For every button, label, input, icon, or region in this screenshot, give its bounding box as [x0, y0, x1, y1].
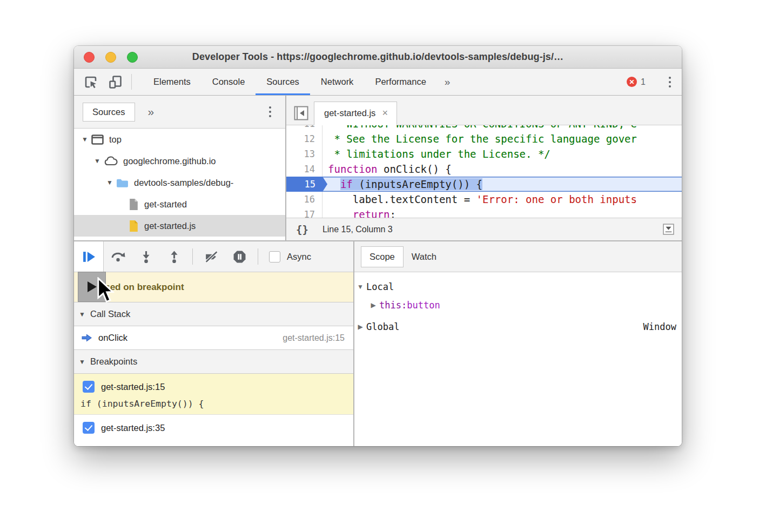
scope-row-local[interactable]: ▼Local: [354, 278, 682, 296]
navigator-kebab-icon[interactable]: [258, 106, 282, 117]
call-stack-title: Call Stack: [90, 309, 130, 319]
disclosure-triangle-icon[interactable]: ▼: [104, 179, 115, 186]
code-text[interactable]: label.textContent = 'Error: one or both …: [323, 192, 637, 207]
code-text[interactable]: function onClick() {: [323, 161, 452, 177]
mouse-cursor-icon: [97, 277, 115, 304]
debugger-toolbar-separator: [192, 248, 193, 265]
tab-elements[interactable]: Elements: [143, 69, 201, 95]
hide-navigator-icon[interactable]: [294, 106, 308, 120]
code-lines: 11 * WITHOUT WARRANTIES OR CONDITIONS OF…: [286, 125, 682, 218]
main-menu-kebab-icon[interactable]: [658, 77, 682, 87]
scope-row-this[interactable]: ▶this: button: [354, 296, 682, 314]
debugger-pane: Async Paused on breakpoint ▼: [74, 241, 354, 446]
line-number-17[interactable]: 17: [286, 207, 323, 218]
line-number-14[interactable]: 14: [286, 161, 323, 177]
code-editor[interactable]: 11 * WITHOUT WARRANTIES OR CONDITIONS OF…: [286, 125, 682, 218]
tree-item-label: googlechrome.github.io: [123, 156, 216, 166]
tree-item-get-started[interactable]: get-started: [74, 193, 285, 215]
breakpoint-entry-get-started-js-35[interactable]: get-started.js:35: [74, 415, 353, 442]
step-over-button[interactable]: [104, 241, 132, 272]
tree-item-devtools-samples-debug-[interactable]: ▼devtools-samples/debug-: [74, 172, 285, 193]
line-number-12[interactable]: 12: [286, 131, 323, 146]
sources-panel-bottom: Async Paused on breakpoint ▼: [74, 241, 682, 446]
breakpoint-entry-get-started-js-15[interactable]: get-started.js:15if (inputsAreEmpty()) {: [74, 374, 353, 415]
tab-network[interactable]: Network: [310, 69, 365, 95]
tree-item-googlechrome-github-io[interactable]: ▼googlechrome.github.io: [74, 150, 285, 172]
code-line-17: 17 return;: [286, 207, 682, 218]
error-badge[interactable]: ✕ 1: [627, 77, 646, 87]
code-text[interactable]: * limitations under the License. */: [323, 146, 550, 161]
navigator-tab-sources[interactable]: Sources: [83, 103, 135, 122]
code-text[interactable]: * WITHOUT WARRANTIES OR CONDITIONS OF AN…: [323, 125, 637, 131]
scope-variables: ▼Local▶this: button▶GlobalWindow: [354, 272, 682, 446]
more-panels-icon[interactable]: »: [437, 69, 458, 95]
deactivate-breakpoints-button[interactable]: [197, 241, 225, 272]
disclosure-triangle-icon[interactable]: ▶: [367, 301, 379, 309]
frame-location: get-started.js:15: [283, 333, 345, 343]
code-text[interactable]: return;: [323, 207, 396, 218]
disclosure-triangle-icon[interactable]: ▼: [354, 283, 366, 291]
scope-pane: Scope Watch ▼Local▶this: button▶GlobalWi…: [354, 241, 682, 446]
tree-item-top[interactable]: ▼top: [74, 129, 285, 150]
collapse-icon: ▼: [74, 358, 90, 366]
line-number-13[interactable]: 13: [286, 146, 323, 161]
close-tab-icon[interactable]: ×: [382, 107, 388, 119]
pretty-print-icon[interactable]: {}: [296, 224, 308, 235]
device-toolbar-icon[interactable]: [103, 69, 128, 95]
breakpoint-label: get-started.js:35: [101, 423, 165, 433]
devtools-window: Developer Tools - https://googlechrome.g…: [74, 46, 682, 446]
paused-banner: Paused on breakpoint: [74, 272, 353, 302]
tab-console[interactable]: Console: [201, 69, 256, 95]
line-number-11[interactable]: 11: [286, 125, 323, 131]
tree-item-label: get-started.js: [144, 221, 196, 231]
file-js-icon: [129, 220, 139, 232]
desktop: Developer Tools - https://googlechrome.g…: [0, 0, 759, 532]
code-line-11: 11 * WITHOUT WARRANTIES OR CONDITIONS OF…: [286, 125, 682, 131]
line-number-15[interactable]: 15: [286, 177, 323, 192]
editor-tab-get-started-js[interactable]: get-started.js ×: [314, 102, 397, 125]
disclosure-triangle-icon[interactable]: ▶: [354, 323, 366, 331]
code-text[interactable]: if (inputsAreEmpty()) {: [323, 177, 482, 192]
disclosure-triangle-icon[interactable]: ▼: [92, 157, 103, 165]
code-text[interactable]: * See the License for the specific langu…: [323, 131, 637, 146]
code-line-12: 12 * See the License for the specific la…: [286, 131, 682, 146]
error-count: 1: [641, 77, 646, 87]
disclosure-triangle-icon[interactable]: ▼: [79, 136, 90, 143]
folder-icon: [116, 178, 129, 188]
step-into-button[interactable]: [132, 241, 160, 272]
line-number-16[interactable]: 16: [286, 192, 323, 207]
scope-name: Local: [366, 281, 394, 292]
cursor-position: Line 15, Column 3: [323, 225, 393, 234]
resume-script-button[interactable]: [74, 241, 104, 272]
async-checkbox-group: Async: [269, 251, 311, 262]
call-frame-onClick[interactable]: onClickget-started.js:15: [74, 326, 353, 350]
zoom-window-button[interactable]: [127, 52, 138, 63]
tree-item-get-started-js[interactable]: get-started.js: [74, 215, 285, 237]
step-out-button[interactable]: [160, 241, 188, 272]
tab-scope[interactable]: Scope: [361, 246, 404, 267]
breakpoints-header[interactable]: ▼ Breakpoints: [74, 350, 353, 374]
navigator-more-tabs-icon[interactable]: »: [148, 105, 155, 118]
navigator-header: Sources »: [74, 96, 285, 129]
inspect-element-icon[interactable]: [78, 69, 103, 95]
scope-row-global[interactable]: ▶GlobalWindow: [354, 318, 682, 336]
async-checkbox[interactable]: [269, 251, 280, 262]
minimize-window-button[interactable]: [105, 52, 116, 63]
call-stack-header[interactable]: ▼ Call Stack: [74, 302, 353, 326]
tab-performance[interactable]: Performance: [364, 69, 436, 95]
code-line-15: 15 if (inputsAreEmpty()) {: [286, 177, 682, 192]
statusbar-expand-icon[interactable]: [663, 224, 674, 235]
traffic-lights: [84, 52, 138, 63]
close-window-button[interactable]: [84, 52, 95, 63]
breakpoint-checkbox[interactable]: [83, 422, 95, 434]
collapse-icon: ▼: [74, 311, 90, 318]
cloud-icon: [104, 156, 118, 166]
scope-value: button: [407, 300, 440, 311]
scope-tabbar: Scope Watch: [354, 241, 682, 272]
breakpoint-checkbox[interactable]: [83, 381, 95, 393]
async-label: Async: [287, 252, 311, 262]
tab-sources[interactable]: Sources: [256, 69, 310, 95]
frame-function-name: onClick: [98, 333, 127, 343]
tab-watch[interactable]: Watch: [404, 247, 445, 267]
pause-on-exceptions-button[interactable]: [225, 241, 253, 272]
